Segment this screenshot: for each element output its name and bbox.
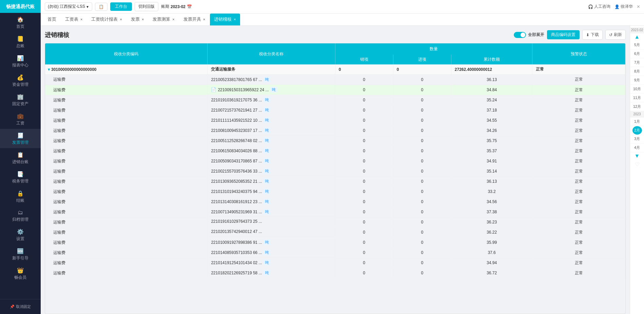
row-purchase-cell: 0 [393,105,451,115]
tab-close-invoice[interactable]: × [142,17,144,21]
row-indent-cell: 运输费 [45,187,208,197]
table-row: 运输费 221019161029764373 25 ... 0 0 36.23 … [45,217,625,227]
workbench-button[interactable]: 工作台 [110,2,132,11]
unit-tag: 吨 [270,87,277,93]
cal-month-item[interactable]: 9月 [630,76,644,85]
tab-close-invoice-calc[interactable]: × [172,17,174,21]
download-button[interactable]: ⬇ 下载 [582,30,603,40]
cal-month-item[interactable]: 3月 [630,135,644,143]
sidebar-item-assets[interactable]: 🏢固定资产 [0,90,41,110]
sidebar-label-tax-mgmt: 税务管理 [12,178,28,184]
sidebar-item-ledger[interactable]: 📒总账 [0,32,41,52]
sidebar-item-funds[interactable]: 💰资金管理 [0,71,41,90]
row-code-cell: 221005090343170865 87 ... 吨 [208,156,335,166]
table-row: 运输费 221014191254101434 02 ... 吨 0 0 34.9… [45,258,625,268]
tab-salary-report[interactable]: 工资统计报表× [87,14,126,26]
close-button[interactable]: × [637,4,640,10]
row-sales-cell: 0 [335,248,393,258]
product-code-button[interactable]: 商品编码设置 [547,30,580,39]
switch-old-button[interactable]: 切到旧版 [135,2,158,11]
tab-close-salary[interactable]: × [80,17,82,21]
sidebar-item-home[interactable]: 🏠首页 [0,13,41,32]
cal-month-item[interactable]: 2月 [632,126,642,135]
user-menu[interactable]: 👤 徐泽华 [614,4,633,9]
cal-month-item[interactable]: 7月 [630,58,644,67]
pin-label: 取消固定 [16,304,31,309]
tab-close-sales-check[interactable]: × [234,17,236,21]
row-code-cell: 221008100945323037 17 ... 吨 [208,125,335,136]
row-cumulative-cell: 33.2 [451,187,532,197]
copy-button[interactable]: 📋 [95,3,108,11]
sidebar-item-tax-mgmt[interactable]: 📑税务管理 [0,168,41,187]
page-header: 进销稽核 全部展开 商品编码设置 ⬇ 下载 ↺ 刷新 [45,30,626,40]
table-row: ▾30100000000000000000 交通运输服务 0 0 27262.4… [45,64,625,75]
sidebar-item-archive[interactable]: 🗂归档管理 [0,206,41,225]
company-selector[interactable]: (勿动) 江西报宝-LSS ▾ [45,2,92,11]
row-purchase-cell: 0 [393,125,451,136]
row-status-cell: 正常 [532,258,625,268]
row-code-cell: 221019103619217075 36 ... 吨 [208,95,335,105]
row-code-cell: 221018202126925719 58 ... 吨 [208,268,335,278]
row-indent-cell: 运输费 [45,268,208,278]
chevron-down-icon: ▾ [86,4,89,9]
row-code-cell: 221013140308161912 23 ... 吨 [208,197,335,207]
page-area: 进销稽核 全部展开 商品编码设置 ⬇ 下载 ↺ 刷新 [41,26,630,314]
sidebar-item-invoice-mgmt[interactable]: 🧾发票管理 [0,129,41,148]
refresh-button[interactable]: ↺ 刷新 [605,30,626,40]
row-code-cell: 221006150834034026 88 ... 吨 [208,146,335,156]
unit-tag: 吨 [264,77,271,82]
row-indent-cell: 运输费 [45,146,208,156]
cal-month-item[interactable]: 8月 [630,67,644,76]
sidebar-item-settings[interactable]: ⚙️设置 [0,225,41,244]
cal-month-item[interactable]: 5月 [630,41,644,50]
cal-month-item[interactable]: 12月 [630,102,644,111]
cal-up-button[interactable]: ▲ [634,33,641,41]
row-cumulative-cell: 36.13 [451,176,532,187]
collapse-icon[interactable]: ▾ [48,67,50,72]
row-cumulative-cell: 37.6 [451,248,532,258]
unit-tag: 吨 [264,270,271,276]
tab-salary[interactable]: 工资表× [61,14,86,26]
sidebar-label-closing: 结账 [16,198,24,203]
tab-close-salary-report[interactable]: × [120,17,122,21]
tab-invoice-open[interactable]: 发票开具× [179,14,209,26]
pin-toggle[interactable]: 📌 取消固定 [0,302,41,311]
row-purchase-cell: 0 [393,248,451,258]
cal-month-item[interactable]: 11月 [630,94,644,102]
tab-invoice-calc[interactable]: 发票测算× [149,14,178,26]
expand-toggle[interactable] [514,32,526,38]
cal-month-item[interactable]: 1月 [630,117,644,126]
support-button[interactable]: 🎧 人工咨询 [588,4,610,9]
calendar-icon[interactable]: 📅 [187,4,192,9]
tab-sales-check[interactable]: 进销稽核× [210,14,240,26]
row-cumulative-cell: 34.84 [451,85,532,95]
cal-month-item[interactable]: 6月 [630,50,644,58]
row-sales-cell: 0 [335,85,393,95]
row-indent-cell: 运输费 [45,227,208,237]
col-cumulative: 累计数额 [451,55,532,64]
page-actions: 全部展开 商品编码设置 ⬇ 下载 ↺ 刷新 [514,30,626,40]
sidebar-label-funds: 资金管理 [12,82,28,87]
row-indent-cell: 运输费 [45,85,208,95]
file-icon[interactable]: 📄 [211,87,216,92]
sidebar-item-closing[interactable]: 🔒结账 [0,187,41,206]
sidebar-item-reports[interactable]: 📊报表中心 [0,52,41,71]
tab-invoice[interactable]: 发票× [127,14,148,26]
sidebar-item-sales-ledger[interactable]: 📋进销台账 [0,148,41,168]
sidebar-item-member[interactable]: 👑畅会员 [0,264,41,283]
row-indent-cell: 运输费 [45,125,208,136]
cal-month-item[interactable]: 4月 [630,143,644,152]
tab-home[interactable]: 首页 [43,14,60,26]
group-cumulative-cell: 27262.40000000012 [451,64,532,75]
tab-label-home: 首页 [47,16,56,22]
table-row: 运输费 221007215737621941 27 ... 吨 0 0 37.1… [45,105,625,115]
sidebar-item-salary[interactable]: 💼工资 [0,110,41,129]
cal-down-button[interactable]: ▼ [634,152,641,160]
table-row: 运输费 221005112528266748 02 ... 吨 0 0 35.7… [45,136,625,146]
row-purchase-cell: 0 [393,268,451,278]
main-area: (勿动) 江西报宝-LSS ▾ 📋 工作台 切到旧版 账期 2023-02 📅 … [41,0,644,314]
download-icon: ⬇ [586,33,589,37]
cal-month-item[interactable]: 10月 [630,85,644,94]
sidebar-item-guide[interactable]: 🆕新手引导 [0,244,41,264]
tab-close-invoice-open[interactable]: × [203,17,205,21]
